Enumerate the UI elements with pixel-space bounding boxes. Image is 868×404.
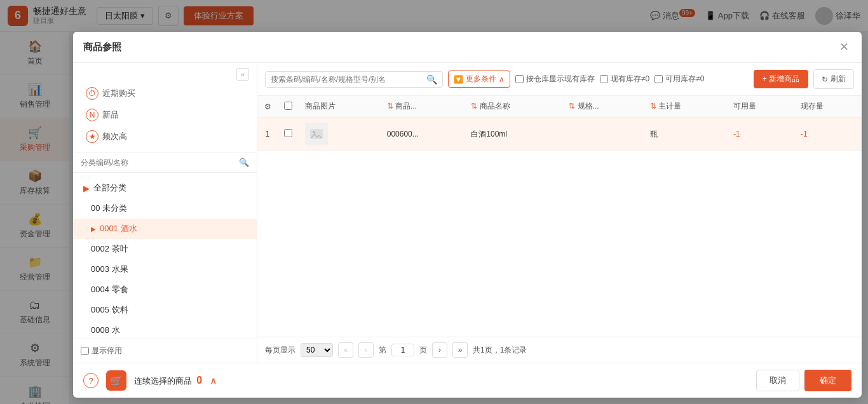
modal-body: « ⏱ 近期购买 N 新品 ★ 频次高 🔍 bbox=[73, 63, 862, 363]
next-page-btn[interactable]: › bbox=[432, 342, 447, 358]
refresh-icon: ↻ bbox=[822, 75, 828, 84]
row-name: 白酒100ml bbox=[465, 118, 562, 151]
sort-icon-unit: ⇅ bbox=[650, 102, 656, 111]
close-button[interactable]: ✕ bbox=[836, 39, 851, 55]
row-checkbox[interactable] bbox=[284, 129, 292, 137]
select-all-checkbox[interactable] bbox=[284, 102, 292, 110]
svg-point-1 bbox=[313, 131, 315, 133]
category-00[interactable]: 00 未分类 bbox=[73, 198, 257, 219]
quick-filters: « ⏱ 近期购买 N 新品 ★ 频次高 bbox=[73, 63, 257, 152]
row-unit: 瓶 bbox=[644, 118, 727, 151]
th-unit-label: 主计量 bbox=[658, 102, 681, 111]
row-checkbox-cell[interactable] bbox=[278, 118, 299, 151]
help-button[interactable]: ? bbox=[83, 373, 98, 388]
prev-page-btn[interactable]: ‹ bbox=[358, 342, 374, 358]
product-search-input[interactable] bbox=[271, 75, 424, 84]
warehouse-label: 按仓库显示现有库存 bbox=[526, 74, 595, 84]
th-available: 可用量 bbox=[727, 96, 794, 118]
add-product-btn[interactable]: + 新增商品 bbox=[754, 70, 808, 88]
th-stock: 现存量 bbox=[794, 96, 862, 118]
table-row[interactable]: 1 bbox=[257, 118, 862, 151]
search-icon[interactable]: 🔍 bbox=[426, 74, 437, 84]
left-footer: 显示停用 bbox=[73, 339, 257, 363]
th-image-label: 商品图片 bbox=[305, 102, 336, 111]
page-label: 第 bbox=[379, 345, 386, 356]
last-page-btn[interactable]: » bbox=[452, 342, 468, 358]
category-search-icon[interactable]: 🔍 bbox=[239, 158, 249, 167]
recent-label: 近期购买 bbox=[102, 88, 135, 99]
category-0008[interactable]: 0008 水 bbox=[73, 320, 257, 339]
category-0008-label: 0008 水 bbox=[91, 325, 120, 336]
checkbox-warehouse[interactable]: 按仓库显示现有库存 bbox=[515, 74, 595, 84]
new-label: 新品 bbox=[102, 109, 119, 121]
th-spec[interactable]: ⇅ 规格... bbox=[562, 96, 643, 118]
more-filter-btn[interactable]: 🔽 更多条件 ∧ bbox=[448, 71, 510, 88]
th-spec-label: 规格... bbox=[578, 102, 599, 111]
category-0003[interactable]: 0003 水果 bbox=[73, 259, 257, 279]
row-spec bbox=[562, 118, 643, 151]
table-header: ⚙ 商品图片 ⇅ 商品... ⇅ 商品名称 bbox=[257, 96, 862, 118]
tree-arrow-icon: ▶ bbox=[91, 226, 96, 232]
available-stock-checkbox[interactable] bbox=[600, 75, 608, 83]
sort-icon-name: ⇅ bbox=[471, 102, 477, 111]
th-available-label: 可用量 bbox=[733, 102, 756, 111]
left-panel: « ⏱ 近期购买 N 新品 ★ 频次高 🔍 bbox=[73, 63, 257, 363]
continuous-select-label: 连续选择的商品 bbox=[134, 376, 192, 386]
filter-frequent[interactable]: ★ 频次高 bbox=[81, 126, 249, 147]
page-label2: 页 bbox=[419, 345, 427, 356]
show-disabled-label[interactable]: 显示停用 bbox=[81, 346, 122, 356]
category-0001[interactable]: ▶ 0001 酒水 bbox=[73, 219, 257, 239]
confirm-button[interactable]: 确定 bbox=[804, 370, 851, 391]
toolbar: 🔍 🔽 更多条件 ∧ 按仓库显示现有库存 现有库存≠0 可用库存≠ bbox=[257, 63, 862, 96]
category-all[interactable]: ▶ 全部分类 bbox=[73, 178, 257, 198]
show-disabled-checkbox[interactable] bbox=[81, 347, 89, 355]
th-settings[interactable]: ⚙ bbox=[257, 96, 278, 118]
product-table: ⚙ 商品图片 ⇅ 商品... ⇅ 商品名称 bbox=[257, 96, 862, 151]
cancel-button[interactable]: 取消 bbox=[756, 370, 799, 391]
page-size-select[interactable]: 10 20 50 100 bbox=[301, 343, 333, 357]
freq-label: 频次高 bbox=[102, 131, 127, 142]
filter-recent-purchase[interactable]: ⏱ 近期购买 bbox=[81, 83, 249, 104]
refresh-btn[interactable]: ↻ 刷新 bbox=[813, 69, 854, 89]
th-code[interactable]: ⇅ 商品... bbox=[381, 96, 465, 118]
category-0005-label: 0005 饮料 bbox=[91, 304, 128, 316]
category-0003-label: 0003 水果 bbox=[91, 264, 128, 275]
footer-actions: 取消 确定 bbox=[756, 370, 851, 391]
row-stock: -1 bbox=[794, 118, 862, 151]
collapse-up-btn[interactable]: ∧ bbox=[210, 375, 217, 387]
category-0004-label: 0004 零食 bbox=[91, 284, 128, 295]
modal-bottom-bar: ? 🛒 连续选择的商品 0 ∧ 取消 确定 bbox=[73, 363, 862, 398]
th-image: 商品图片 bbox=[299, 96, 381, 118]
checkbox-usable-stock[interactable]: 可用库存≠0 bbox=[654, 74, 704, 84]
first-page-btn[interactable]: « bbox=[338, 342, 353, 358]
filter-new-product[interactable]: N 新品 bbox=[81, 105, 249, 125]
category-0004[interactable]: 0004 零食 bbox=[73, 279, 257, 300]
new-icon: N bbox=[86, 109, 98, 121]
filter-icon: 🔽 bbox=[454, 75, 463, 84]
checkbox-available-stock[interactable]: 现有库存≠0 bbox=[600, 74, 649, 84]
category-0001-label: 0001 酒水 bbox=[100, 223, 137, 234]
product-lookup-modal: 商品参照 ✕ « ⏱ 近期购买 N 新品 ★ bbox=[73, 32, 862, 398]
product-search-box: 🔍 bbox=[265, 71, 443, 88]
selected-num: 0 bbox=[196, 375, 202, 386]
cart-button[interactable]: 🛒 bbox=[106, 370, 126, 391]
page-size-label: 每页显示 bbox=[265, 345, 295, 356]
product-thumbnail bbox=[305, 123, 328, 145]
refresh-label: 刷新 bbox=[831, 74, 846, 84]
th-code-label: 商品... bbox=[395, 102, 417, 111]
category-search-bar: 🔍 bbox=[73, 152, 257, 173]
row-image-cell bbox=[299, 118, 381, 151]
usable-stock-checkbox[interactable] bbox=[654, 75, 663, 83]
image-placeholder-icon bbox=[309, 126, 324, 142]
category-all-label: 全部分类 bbox=[93, 182, 126, 194]
th-name[interactable]: ⇅ 商品名称 bbox=[465, 96, 562, 118]
row-code: 000600... bbox=[381, 118, 465, 151]
category-search-input[interactable] bbox=[81, 158, 235, 167]
page-number-input[interactable] bbox=[391, 344, 414, 356]
warehouse-checkbox[interactable] bbox=[515, 75, 524, 83]
category-0002[interactable]: 0002 茶叶 bbox=[73, 239, 257, 259]
th-unit[interactable]: ⇅ 主计量 bbox=[644, 96, 727, 118]
collapse-panel-button[interactable]: « bbox=[236, 68, 249, 81]
category-0005[interactable]: 0005 饮料 bbox=[73, 300, 257, 320]
row-available: -1 bbox=[727, 118, 794, 151]
